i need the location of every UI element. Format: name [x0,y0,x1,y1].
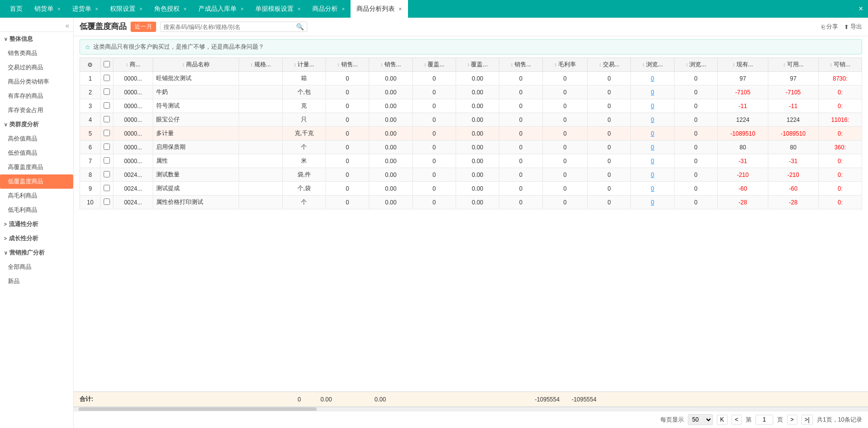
window-close-btn[interactable]: × [859,4,863,13]
row-select-checkbox[interactable] [104,185,110,191]
row-checkbox[interactable] [101,86,113,99]
page-number-input[interactable] [756,415,773,425]
horizontal-scrollbar[interactable] [74,407,868,411]
col-spec[interactable]: 规格... [239,58,282,72]
row-select-checkbox[interactable] [104,199,110,205]
nav-close-sales[interactable]: × [57,6,60,12]
nav-sales[interactable]: 销货单 × [28,0,66,18]
row-checkbox[interactable] [101,154,113,168]
col-code[interactable]: 商... [113,58,153,72]
nav-goods-analysis-list[interactable]: 商品分析列表 × [351,0,407,18]
nav-roles[interactable]: 角色授权 × [148,0,192,18]
sidebar-item-category-rate[interactable]: 商品分类动销率 [0,75,73,89]
sidebar-collapse-btn[interactable]: « [0,20,73,32]
col-browse1[interactable]: 浏览... [631,58,674,72]
sidebar-group-cluster[interactable]: ∨ 类群度分析 [0,117,73,132]
sidebar-item-high-value[interactable]: 高价值商品 [0,132,73,146]
col-trade[interactable]: 交易... [588,58,631,72]
col-available[interactable]: 可用... [768,58,818,72]
row-select-checkbox[interactable] [104,130,110,136]
row-browse1[interactable]: 0 [631,141,674,154]
row-browse1[interactable]: 0 [631,72,674,86]
nav-close-template[interactable]: × [298,6,300,12]
sidebar-item-traded-goods[interactable]: 交易过的商品 [0,60,73,75]
table-wrapper[interactable]: ⚙ 商... 商品名称 规格... 计量... 销售... 销售... 覆盖..… [74,57,868,391]
row-browse1[interactable]: 0 [631,168,674,182]
row-browse1[interactable]: 0 [631,182,674,196]
first-page-btn[interactable]: K [717,415,728,425]
row-browse1[interactable]: 0 [631,86,674,99]
row-select-checkbox[interactable] [104,116,110,122]
col-unit[interactable]: 计量... [282,58,326,72]
row-checkbox[interactable] [101,182,113,196]
nav-purchase[interactable]: 进货单 × [66,0,104,18]
sidebar-item-stocked-goods[interactable]: 有库存的商品 [0,89,73,103]
row-browse1[interactable]: 0 [631,99,674,113]
row-select-checkbox[interactable] [104,102,110,109]
row-checkbox[interactable] [101,113,113,127]
col-sales-amt[interactable]: 销售... [369,58,412,72]
row-browse1[interactable]: 0 [631,113,674,127]
row-checkbox[interactable] [101,196,113,209]
row-checkbox[interactable] [101,168,113,182]
col-sales-qty[interactable]: 销售... [326,58,369,72]
per-page-select[interactable]: 50 20 100 200 [688,414,713,425]
period-button[interactable]: 近一月 [131,22,156,32]
row-browse2: 0 [674,196,717,209]
sidebar-item-low-gross[interactable]: 低毛利商品 [0,203,73,217]
sidebar-item-sales-goods[interactable]: 销售类商品 [0,46,73,60]
col-cover2[interactable]: 覆盖... [456,58,499,72]
row-select-checkbox[interactable] [104,143,110,150]
last-page-btn[interactable]: >| [801,415,813,425]
select-all-checkbox[interactable] [104,61,110,67]
row-select-checkbox[interactable] [104,75,110,81]
row-checkbox[interactable] [101,141,113,154]
nav-close-goods-analysis-list[interactable]: × [399,6,402,12]
col-current[interactable]: 现有... [718,58,768,72]
prev-page-btn[interactable]: < [732,415,742,425]
sidebar-item-low-value[interactable]: 低价值商品 [0,146,73,160]
nav-close-permissions[interactable]: × [139,6,142,12]
search-input[interactable] [163,24,296,30]
row-checkbox[interactable] [101,99,113,113]
sidebar-item-high-coverage[interactable]: 高覆盖度商品 [0,160,73,174]
row-browse1[interactable]: 0 [631,154,674,168]
row-checkbox[interactable] [101,127,113,141]
next-page-btn[interactable]: > [787,415,797,425]
row-select-checkbox[interactable] [104,157,110,164]
col-checkbox-header[interactable] [101,58,113,72]
col-gross-rate[interactable]: 毛利率 [542,58,588,72]
nav-close-purchase[interactable]: × [95,6,98,12]
search-box[interactable]: 🔍 [160,22,307,32]
sidebar-item-high-gross[interactable]: 高毛利商品 [0,189,73,203]
row-browse1[interactable]: 0 [631,127,674,141]
sidebar-item-stock-capital[interactable]: 库存资金占用 [0,103,73,117]
sidebar-item-low-coverage[interactable]: 低覆盖度商品 [0,174,73,189]
row-browse1[interactable]: 0 [631,196,674,209]
nav-products-in[interactable]: 产成品入库单 × [192,0,249,18]
col-sales3[interactable]: 销售... [499,58,542,72]
share-button[interactable]: ⎗ 分享 [821,23,838,31]
nav-close-products-in[interactable]: × [241,6,244,12]
nav-close-roles[interactable]: × [184,6,187,12]
sidebar-item-all-goods[interactable]: 全部商品 [0,260,73,274]
col-sellable[interactable]: 可销... [818,58,862,72]
row-select-checkbox[interactable] [104,171,110,177]
nav-close-goods-analysis[interactable]: × [342,6,345,12]
col-name[interactable]: 商品名称 [153,58,239,72]
sidebar-group-growth[interactable]: > 成长性分析 [0,231,73,246]
sidebar-group-circulation[interactable]: > 流通性分析 [0,217,73,231]
nav-home[interactable]: 首页 [4,0,28,18]
nav-goods-analysis[interactable]: 商品分析 × [306,0,351,18]
sidebar-item-new-goods[interactable]: 新品 [0,274,73,288]
export-button[interactable]: ⬆ 导出 [844,23,862,31]
col-browse2[interactable]: 浏览... [674,58,717,72]
col-cover1[interactable]: 覆盖... [412,58,456,72]
sidebar-group-marketing[interactable]: ∨ 营销推广分析 [0,246,73,260]
sidebar-group-overall[interactable]: ∨ 整体信息 [0,32,73,46]
row-select-checkbox[interactable] [104,88,110,95]
nav-permissions[interactable]: 权限设置 × [104,0,148,18]
row-checkbox[interactable] [101,72,113,86]
col-settings[interactable]: ⚙ [80,58,101,72]
nav-template[interactable]: 单据模板设置 × [249,0,306,18]
